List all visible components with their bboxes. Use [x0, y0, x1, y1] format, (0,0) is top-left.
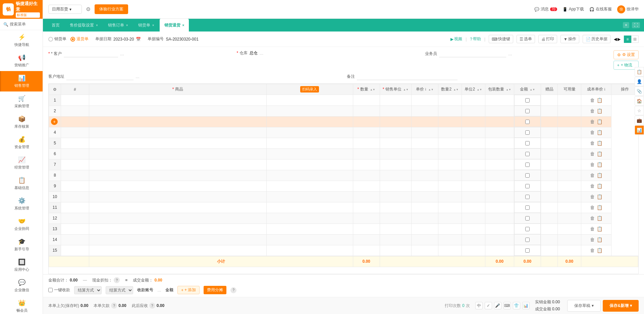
- customer-dots[interactable]: …: [120, 52, 124, 56]
- table-row-12-pack[interactable]: [462, 213, 485, 224]
- tab-sales-order[interactable]: 销售订单 ×: [103, 19, 133, 32]
- sidebar-item-operations[interactable]: 📈 经营管理: [0, 153, 43, 173]
- table-row-5-unit[interactable]: [353, 138, 380, 148]
- toolbar-icon-5[interactable]: 👕: [513, 302, 520, 309]
- table-row-6-unit[interactable]: [353, 148, 380, 159]
- table-row-2-unit[interactable]: [353, 106, 380, 116]
- table-row-4-unit2[interactable]: [438, 127, 462, 138]
- table-row-9-product[interactable]: [61, 181, 89, 191]
- sidebar-search-item[interactable]: 🔍 搜索菜单: [0, 19, 43, 30]
- table-row-2-amount[interactable]: [485, 106, 514, 116]
- table-row-10-qty[interactable]: [266, 191, 353, 202]
- toolbar-icon-1[interactable]: 中: [475, 302, 483, 309]
- online-service-btn[interactable]: 🎧 在线客服: [589, 6, 612, 12]
- table-row-3-cost[interactable]: [558, 116, 581, 127]
- table-row-10-unit2[interactable]: [438, 191, 462, 202]
- close-tab-btn[interactable]: ×: [623, 22, 629, 28]
- table-row-6-avail[interactable]: [541, 148, 558, 159]
- add-payment-btn[interactable]: + + 添加: [177, 286, 200, 294]
- table-row-9-amount[interactable]: [485, 181, 514, 191]
- table-row-15-amount[interactable]: [485, 245, 514, 256]
- table-row-3-unit[interactable]: [353, 116, 380, 127]
- delete-row-btn-14[interactable]: 🗑: [590, 237, 595, 242]
- sidebar-item-marketing[interactable]: 📢 营销推广: [0, 51, 43, 71]
- table-row-14-cost[interactable]: [558, 234, 581, 245]
- copy-row-btn-12[interactable]: 📋: [597, 215, 602, 221]
- prev-arrow[interactable]: ◀: [614, 37, 617, 42]
- table-row-3-price[interactable]: [380, 116, 411, 127]
- table-row-14-avail[interactable]: [541, 234, 558, 245]
- th-gear[interactable]: ⚙: [49, 84, 61, 95]
- table-row-1-amount[interactable]: [485, 95, 514, 106]
- toolbar-icon-2[interactable]: ✓: [485, 302, 492, 309]
- table-row-15-gift[interactable]: [514, 245, 541, 256]
- table-row-8-pack[interactable]: [462, 170, 485, 181]
- select-btn[interactable]: ☰ 选单: [517, 35, 535, 43]
- table-row-11-qty[interactable]: [266, 202, 353, 213]
- table-row-8-product[interactable]: [61, 170, 89, 181]
- table-row-5-amount[interactable]: [485, 138, 514, 148]
- table-row-4-amount[interactable]: [485, 127, 514, 138]
- table-row-6-amount[interactable]: [485, 148, 514, 159]
- copy-row-btn-10[interactable]: 📋: [597, 194, 602, 199]
- user-menu-btn[interactable]: 徐 徐泽华: [617, 5, 639, 13]
- table-row-1-gift[interactable]: [514, 95, 541, 106]
- gift-checkbox-12[interactable]: [525, 216, 530, 221]
- copy-row-btn-4[interactable]: 📋: [597, 130, 602, 135]
- sidebar-item-basic-info[interactable]: 📋 基础信息: [0, 173, 43, 194]
- tab-close-icon[interactable]: ×: [126, 23, 128, 27]
- table-row-13-cost[interactable]: [558, 224, 581, 234]
- delete-row-btn-3[interactable]: 🗑: [590, 119, 595, 124]
- print-count-item[interactable]: 打印次数 0 次: [445, 303, 470, 309]
- table-row-1-unit2[interactable]: [438, 95, 462, 106]
- add-row-btn[interactable]: +: [51, 118, 58, 125]
- table-row-9-price[interactable]: [380, 181, 411, 191]
- toolbar-icon-6[interactable]: 📊: [522, 302, 530, 309]
- category-selector[interactable]: 日用百货 ▾: [48, 5, 82, 14]
- table-row-1-qty2[interactable]: [411, 95, 438, 106]
- toolbar-icon-3[interactable]: 🎤: [494, 302, 501, 309]
- operate-btn[interactable]: ▼ 操作: [560, 35, 579, 43]
- table-row-13-unit[interactable]: [353, 224, 380, 234]
- print-btn[interactable]: 🖨 打印: [538, 35, 557, 43]
- copy-row-btn-14[interactable]: 📋: [597, 237, 602, 242]
- table-row-3-avail[interactable]: [541, 116, 558, 127]
- table-row-14-price[interactable]: [380, 234, 411, 245]
- video-link[interactable]: ▶ 视频: [450, 36, 462, 42]
- table-row-10-product[interactable]: [61, 191, 89, 202]
- note-input[interactable]: [357, 73, 458, 80]
- table-row-15-qty2[interactable]: [411, 245, 438, 256]
- table-row-6-price[interactable]: [380, 148, 411, 159]
- table-row-13-avail[interactable]: [541, 224, 558, 234]
- table-row-2-qty2[interactable]: [411, 106, 438, 116]
- staff-dots[interactable]: …: [508, 52, 512, 56]
- delete-row-btn-9[interactable]: 🗑: [590, 183, 595, 189]
- table-row-9-unit2[interactable]: [438, 181, 462, 191]
- table-row-4-pack[interactable]: [462, 127, 485, 138]
- table-row-14-amount[interactable]: [485, 234, 514, 245]
- copy-row-btn-11[interactable]: 📋: [597, 205, 602, 210]
- table-row-1-qty[interactable]: [266, 95, 353, 106]
- table-row-2-unit2[interactable]: [438, 106, 462, 116]
- settings-side-btn[interactable]: ⚙ ⚙ 设置: [613, 50, 639, 59]
- gift-checkbox-6[interactable]: [525, 152, 530, 156]
- table-row-6-pack[interactable]: [462, 148, 485, 159]
- delete-row-btn-2[interactable]: 🗑: [590, 108, 595, 114]
- should-receive-info-icon[interactable]: ?: [149, 303, 155, 309]
- copy-row-btn-15[interactable]: 📋: [597, 248, 602, 253]
- table-row-2-qty[interactable]: [266, 106, 353, 116]
- table-row-15-unit2[interactable]: [438, 245, 462, 256]
- tab-price-setting[interactable]: 售价提取设置 ×: [65, 19, 103, 32]
- fullscreen-btn[interactable]: ⛶: [632, 22, 640, 28]
- table-row-8-avail[interactable]: [541, 170, 558, 181]
- tab-close-icon[interactable]: ×: [96, 23, 98, 27]
- delete-row-btn-7[interactable]: 🗑: [590, 162, 595, 167]
- table-row-1-cost[interactable]: [558, 95, 581, 106]
- table-row-12-price[interactable]: [380, 213, 411, 224]
- table-row-3-amount[interactable]: [485, 116, 514, 127]
- tab-sales-return[interactable]: 销货退货 ×: [160, 19, 189, 32]
- calc-method-select[interactable]: 结算方式: [74, 286, 102, 294]
- table-row-6-product[interactable]: [61, 148, 89, 159]
- table-row-3-qty2[interactable]: [411, 116, 438, 127]
- sidebar-item-finance[interactable]: 💰 资金管理: [0, 132, 43, 153]
